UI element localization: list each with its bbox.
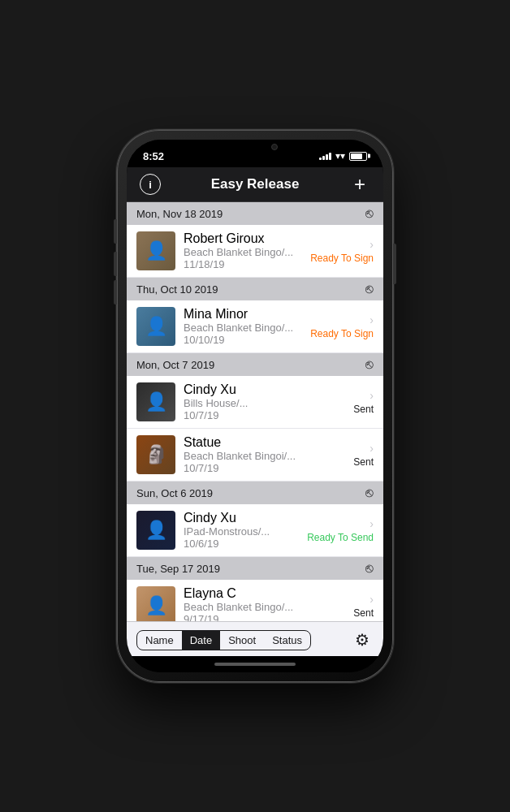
status-badge: Sent — [353, 404, 374, 415]
chevron-icon: › — [370, 313, 374, 326]
tab-date[interactable]: Date — [182, 631, 220, 650]
list-item[interactable]: 👤 Elayna C Beach Blanket Bingo/... 9/17/… — [127, 580, 383, 621]
section-date-nov18: Mon, Nov 18 2019 — [136, 208, 223, 220]
tab-status[interactable]: Status — [264, 631, 310, 650]
list-item[interactable]: 👤 Cindy Xu Bills House/... 10/7/19 › Sen… — [127, 376, 383, 429]
status-badge: Ready To Sign — [310, 328, 374, 339]
signal-icon — [319, 152, 331, 160]
item-info: Statue Beach Blanket Bingoi/... 10/7/19 — [184, 435, 347, 474]
list-item[interactable]: 👤 Cindy Xu IPad-Monstrous/... 10/6/19 › … — [127, 504, 383, 557]
status-bar: 8:52 ▾▾ — [127, 140, 383, 167]
tab-name[interactable]: Name — [137, 631, 182, 650]
phone-screen: 8:52 ▾▾ i Easy Release + — [127, 140, 383, 672]
status-badge: Sent — [353, 607, 374, 619]
avatar: 👤 — [136, 382, 175, 421]
item-info: Mina Minor Beach Blanket Bingo/... 10/10… — [184, 307, 304, 346]
item-info: Elayna C Beach Blanket Bingo/... 9/17/19 — [184, 586, 347, 621]
section-oct10: Thu, Oct 10 2019 ⎋ 👤 Mina Minor Beach Bl… — [127, 278, 383, 353]
avatar: 👤 — [136, 307, 175, 346]
avatar: 🗿 — [136, 435, 175, 474]
section-date-oct10: Thu, Oct 10 2019 — [136, 283, 218, 296]
section-date-sep17: Tue, Sep 17 2019 — [136, 563, 220, 575]
item-project: Beach Blanket Bingo/... — [184, 322, 304, 334]
item-project: Beach Blanket Bingo/... — [184, 246, 304, 258]
item-date: 11/18/19 — [184, 258, 304, 270]
item-right: › Sent — [353, 593, 374, 619]
item-project: Beach Blanket Bingo/... — [184, 601, 347, 613]
chevron-icon: › — [370, 593, 374, 606]
item-date: 10/10/19 — [184, 334, 304, 346]
item-name: Mina Minor — [184, 307, 304, 322]
section-date-oct6: Sun, Oct 6 2019 — [136, 487, 213, 499]
item-info: Cindy Xu Bills House/... 10/7/19 — [184, 382, 347, 421]
nav-title: Easy Release — [211, 176, 300, 192]
item-right: › Ready To Send — [307, 517, 374, 543]
share-button-oct6[interactable]: ⎋ — [365, 486, 374, 500]
list-item[interactable]: 👤 Mina Minor Beach Blanket Bingo/... 10/… — [127, 300, 383, 353]
add-button[interactable]: + — [349, 174, 370, 195]
item-info: Robert Giroux Beach Blanket Bingo/... 11… — [184, 231, 304, 270]
wifi-icon: ▾▾ — [335, 150, 345, 162]
section-header-nov18: Mon, Nov 18 2019 ⎋ — [127, 202, 383, 225]
avatar: 👤 — [136, 511, 175, 550]
list-item[interactable]: 👤 Robert Giroux Beach Blanket Bingo/... … — [127, 225, 383, 278]
section-header-sep17: Tue, Sep 17 2019 ⎋ — [127, 557, 383, 580]
section-header-oct7: Mon, Oct 7 2019 ⎋ — [127, 353, 383, 376]
home-indicator — [127, 656, 383, 672]
section-header-oct6: Sun, Oct 6 2019 ⎋ — [127, 482, 383, 504]
tab-group: Name Date Shoot Status — [136, 630, 311, 650]
gear-icon: ⚙ — [355, 630, 370, 650]
avatar: 👤 — [136, 586, 175, 621]
item-name: Statue — [184, 435, 347, 450]
list-item[interactable]: 🗿 Statue Beach Blanket Bingoi/... 10/7/1… — [127, 429, 383, 482]
settings-button[interactable]: ⚙ — [351, 628, 374, 651]
status-badge: Ready To Sign — [310, 253, 374, 264]
item-info: Cindy Xu IPad-Monstrous/... 10/6/19 — [184, 511, 300, 550]
nav-bar: i Easy Release + — [127, 167, 383, 202]
status-badge: Sent — [353, 456, 374, 468]
chevron-icon: › — [370, 517, 374, 530]
item-right: › Ready To Sign — [310, 313, 374, 339]
item-date: 10/7/19 — [184, 409, 347, 421]
battery-icon — [349, 152, 367, 161]
item-right: › Sent — [353, 442, 374, 468]
item-right: › Ready To Sign — [310, 238, 374, 264]
item-name: Robert Giroux — [184, 231, 304, 246]
info-button[interactable]: i — [140, 174, 161, 195]
item-project: IPad-Monstrous/... — [184, 525, 300, 538]
section-oct6: Sun, Oct 6 2019 ⎋ 👤 Cindy Xu IPad-Monstr… — [127, 482, 383, 557]
section-nov18: Mon, Nov 18 2019 ⎋ 👤 Robert Giroux Beach… — [127, 202, 383, 278]
tab-bar: Name Date Shoot Status ⚙ — [127, 621, 383, 656]
section-oct7: Mon, Oct 7 2019 ⎋ 👤 Cindy Xu Bills House… — [127, 353, 383, 482]
status-icons: ▾▾ — [319, 150, 367, 162]
item-right: › Sent — [353, 389, 374, 415]
home-bar — [214, 663, 296, 666]
item-date: 9/17/19 — [184, 613, 347, 621]
item-project: Beach Blanket Bingoi/... — [184, 450, 347, 462]
chevron-icon: › — [370, 389, 374, 402]
share-button-oct10[interactable]: ⎋ — [365, 282, 374, 296]
share-button-oct7[interactable]: ⎋ — [365, 357, 374, 372]
avatar: 👤 — [136, 231, 175, 270]
share-button-sep17[interactable]: ⎋ — [365, 561, 374, 576]
tab-shoot[interactable]: Shoot — [220, 631, 264, 650]
item-date: 10/7/19 — [184, 462, 347, 474]
item-project: Bills House/... — [184, 397, 347, 409]
phone-frame: 8:52 ▾▾ i Easy Release + — [117, 130, 393, 682]
section-header-oct10: Thu, Oct 10 2019 ⎋ — [127, 278, 383, 300]
share-button-nov18[interactable]: ⎋ — [365, 206, 374, 221]
item-name: Cindy Xu — [184, 511, 300, 525]
section-date-oct7: Mon, Oct 7 2019 — [136, 359, 214, 371]
item-name: Elayna C — [184, 586, 347, 601]
item-name: Cindy Xu — [184, 382, 347, 397]
status-badge: Ready To Send — [307, 532, 374, 543]
chevron-icon: › — [370, 442, 374, 455]
section-sep17: Tue, Sep 17 2019 ⎋ 👤 Elayna C Beach Blan… — [127, 557, 383, 621]
item-date: 10/6/19 — [184, 538, 300, 550]
content-area: Mon, Nov 18 2019 ⎋ 👤 Robert Giroux Beach… — [127, 202, 383, 621]
chevron-icon: › — [370, 238, 374, 251]
status-time: 8:52 — [143, 150, 164, 162]
